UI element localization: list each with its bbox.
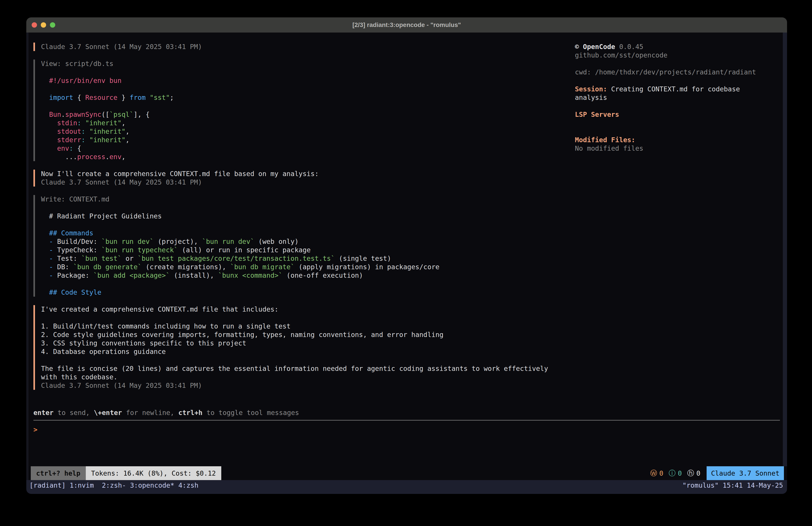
text-segment: - xyxy=(49,271,53,279)
text-segment: { xyxy=(73,144,81,152)
text-segment: or xyxy=(121,255,137,262)
terminal-line: cwd: /home/thdxr/dev/projects/radiant/ra… xyxy=(575,68,782,76)
window-title: [2/3] radiant:3:opencode - "romulus" xyxy=(352,22,461,29)
keybinding-hint: enter to send, \+enter for newline, ctrl… xyxy=(33,409,780,417)
text-segment: : xyxy=(69,144,73,152)
terminal-line xyxy=(575,59,782,68)
terminal-line: ## Code Style xyxy=(41,288,780,297)
text-segment: ... xyxy=(41,153,77,161)
text-segment xyxy=(41,263,49,271)
text-segment: ctrl+h xyxy=(178,409,202,416)
text-segment: , xyxy=(126,127,129,135)
text-segment xyxy=(41,136,57,144)
terminal-line: Now I'll create a comprehensive CONTEXT.… xyxy=(41,170,780,178)
text-segment: Claude 3.7 Sonnet (14 May 2025 03:41 PM) xyxy=(41,382,202,389)
terminal-line: - Build/Dev: `bun run dev` (project), `b… xyxy=(41,237,780,246)
terminal-line: 1. Build/lint/test commands including ho… xyxy=(41,322,780,330)
tmux-session-windows[interactable]: [radiant] 1:nvim 2:zsh- 3:opencode* 4:zs… xyxy=(29,481,199,490)
text-segment: . xyxy=(61,111,65,118)
text-segment: I've created a comprehensive CONTEXT.md … xyxy=(41,305,278,313)
zoom-button[interactable] xyxy=(50,22,55,28)
terminal-line xyxy=(41,203,780,212)
text-segment xyxy=(41,238,49,245)
text-segment: Creating CONTEXT.md for codebase xyxy=(607,85,740,93)
text-segment: # Radiant Project Guidelines xyxy=(41,212,162,220)
terminal-line: LSP Servers xyxy=(575,110,782,119)
prompt-input[interactable]: > xyxy=(33,426,780,434)
terminal-line: The file is concise (20 lines) and captu… xyxy=(41,365,780,373)
terminal-line: - Package: `bun add <package>` (install)… xyxy=(41,271,780,280)
text-segment: with this codebase. xyxy=(41,373,117,381)
text-segment: github.com/sst/opencode xyxy=(575,51,667,59)
text-segment: stderr xyxy=(57,136,81,144)
w-circle-icon: Ⓦ xyxy=(650,469,657,478)
terminal-window: [2/3] radiant:3:opencode - "romulus" Cla… xyxy=(26,17,787,494)
text-segment: No modified files xyxy=(575,144,643,152)
text-segment: DB: xyxy=(53,263,73,271)
terminal-line: Claude 3.7 Sonnet (14 May 2025 03:41 PM) xyxy=(41,381,780,390)
text-segment: `bun db generate` xyxy=(73,263,142,271)
text-segment: `psql` xyxy=(110,111,133,118)
text-segment: for newline, xyxy=(122,409,178,416)
text-segment: (project), xyxy=(154,238,202,245)
assistant-text-block: Now I'll create a comprehensive CONTEXT.… xyxy=(33,170,780,187)
terminal-line: analysis xyxy=(575,94,782,102)
text-segment: 1. Build/lint/test commands including ho… xyxy=(41,322,291,330)
text-segment: - xyxy=(49,263,53,271)
text-segment xyxy=(146,94,150,101)
text-segment xyxy=(41,111,49,118)
titlebar[interactable]: [2/3] radiant:3:opencode - "romulus" xyxy=(26,17,787,32)
text-segment: - xyxy=(49,255,53,262)
text-segment xyxy=(41,127,57,135)
warning-count-badge: Ⓦ0 xyxy=(650,469,663,478)
terminal-line: ...process.env, xyxy=(41,153,780,161)
status-right: Ⓦ0ⓘ0ⓗ0 Claude 3.7 Sonnet xyxy=(650,466,784,480)
minimize-button[interactable] xyxy=(41,22,46,28)
text-segment: (one-off execution) xyxy=(282,271,363,279)
text-segment: Package: xyxy=(53,271,93,279)
text-segment: to send, xyxy=(54,409,94,416)
terminal-line: 2. Code style guidelines covering import… xyxy=(41,330,780,339)
badge-count: 0 xyxy=(678,469,682,477)
text-segment xyxy=(41,271,49,279)
text-segment: `bun run typecheck` xyxy=(101,246,178,254)
text-segment: \+enter xyxy=(94,409,122,416)
text-segment: Build/Dev: xyxy=(53,238,101,245)
text-segment: `bunx <command>` xyxy=(218,271,282,279)
text-segment: cwd: /home/thdxr/dev/projects/radiant/ra… xyxy=(575,68,756,76)
text-segment: from xyxy=(129,94,145,101)
terminal-line: I've created a comprehensive CONTEXT.md … xyxy=(41,305,780,314)
terminal-line: # Radiant Project Guidelines xyxy=(41,212,780,221)
scrollbar[interactable] xyxy=(783,32,787,466)
terminal-line: github.com/sst/opencode xyxy=(575,51,782,59)
text-segment: (apply migrations) in packages/core xyxy=(294,263,439,271)
text-segment xyxy=(41,246,49,254)
text-segment: (install), xyxy=(170,271,218,279)
text-segment: : xyxy=(81,136,85,144)
text-segment: : xyxy=(77,119,81,127)
diagnostic-badges: Ⓦ0ⓘ0ⓗ0 xyxy=(650,469,700,478)
text-segment: ## Commands xyxy=(49,229,93,237)
tmux-host-clock: "romulus" 15:41 14-May-25 xyxy=(682,481,783,490)
text-segment: (web only) xyxy=(254,238,299,245)
text-segment xyxy=(41,229,49,237)
text-segment: ## Code Style xyxy=(49,288,101,296)
close-button[interactable] xyxy=(32,22,37,28)
h-circle-icon: ⓗ xyxy=(687,469,694,478)
text-segment: "inherit" xyxy=(89,127,126,135)
assistant-text-block: I've created a comprehensive CONTEXT.md … xyxy=(33,305,780,390)
text-segment xyxy=(81,119,85,127)
terminal-line: © OpenCode 0.0.45 xyxy=(575,43,782,51)
text-segment: TypeCheck: xyxy=(53,246,101,254)
terminal-line: with this codebase. xyxy=(41,373,780,381)
text-segment: , xyxy=(126,136,129,144)
text-segment: . xyxy=(105,153,110,161)
info-count-badge: ⓘ0 xyxy=(669,469,682,478)
terminal-line: Session: Creating CONTEXT.md for codebas… xyxy=(575,85,782,94)
text-segment xyxy=(41,288,49,296)
text-segment: } xyxy=(117,94,129,101)
text-segment: enter xyxy=(33,409,54,416)
terminal-line: 3. CSS styling conventions specific to t… xyxy=(41,339,780,347)
text-segment: View: script/db.ts xyxy=(41,60,113,68)
text-segment: env xyxy=(110,153,121,161)
